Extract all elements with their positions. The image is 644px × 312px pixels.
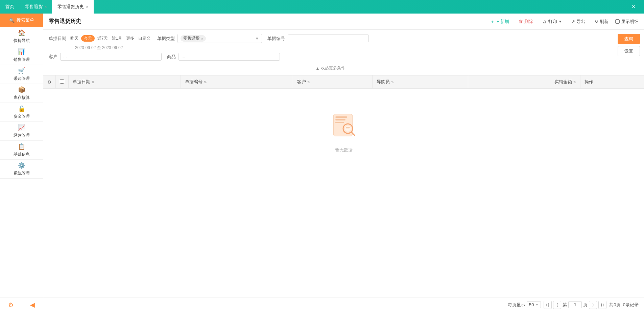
search-icon: 🔍 <box>9 18 15 23</box>
total-text: 共0页, 0条记录 <box>609 302 639 308</box>
tab-bar: 首页 零售退货 × 零售退货历史 × <box>0 0 628 14</box>
th-actual-amount-sort[interactable]: 实销金额 ⇅ <box>472 79 576 85</box>
sidebar-item-system-label: 系统管理 <box>14 171 30 176</box>
sidebar-item-finance[interactable]: 🔒 资金管理 <box>0 103 43 122</box>
page-title: 零售退货历史 <box>49 18 81 25</box>
doc-date-label: 单据日期 <box>49 36 66 42</box>
filter-main: 单据日期 昨天 今天 近7天 近1月 更多 自定义 单据类型 <box>43 30 618 75</box>
doc-type-chevron-icon: ▼ <box>255 36 259 41</box>
date-btn-custom[interactable]: 自定义 <box>137 35 152 42</box>
customer-placeholder: ... <box>63 54 67 59</box>
tab-retail-return-history-label: 零售退货历史 <box>57 4 84 10</box>
doc-type-label: 单据类型 <box>157 36 175 42</box>
th-customer-sort[interactable]: 客户 ⇅ <box>297 79 368 85</box>
show-detail-label: 显示明细 <box>615 19 639 25</box>
customer-select[interactable]: ... <box>60 53 162 61</box>
th-doc-date-label: 单据日期 <box>73 79 90 85</box>
date-btn-last7[interactable]: 近7天 <box>96 35 109 42</box>
sort-icon-doc-no: ⇅ <box>204 80 207 84</box>
tab-retail-return[interactable]: 零售退货 × <box>20 0 52 14</box>
pagination-bar: 每页显示 50 ▼ ⟨⟨ ⟨ 第 页 ⟩ ⟩⟩ 共0页, 0条记录 <box>43 297 644 312</box>
page-size-select: 每页显示 50 ▼ <box>508 301 541 308</box>
th-actual-amount-label: 实销金额 <box>554 79 572 85</box>
doc-type-select[interactable]: 零售退货 × ▼ <box>177 34 262 43</box>
th-actual-amount: 实销金额 ⇅ <box>468 75 580 89</box>
delete-button[interactable]: 🗑 删除 <box>516 17 536 26</box>
goods-placeholder: ... <box>182 54 185 59</box>
empty-state: 暂无数据 <box>43 89 644 173</box>
th-guide-sort[interactable]: 导购员 ⇅ <box>377 79 464 85</box>
sidebar-item-operations-label: 经营管理 <box>14 133 30 138</box>
page-size-box[interactable]: 50 ▼ <box>527 301 541 308</box>
th-doc-no-sort[interactable]: 单据编号 ⇅ <box>185 79 289 85</box>
sales-icon: 📊 <box>18 48 25 55</box>
svg-rect-3 <box>335 122 344 123</box>
date-btn-yesterday[interactable]: 昨天 <box>69 35 80 42</box>
page-size-value: 50 <box>529 302 534 307</box>
page-nav: ⟨⟨ ⟨ 第 页 ⟩ ⟩⟩ <box>544 301 606 309</box>
show-detail-checkbox[interactable] <box>615 19 620 24</box>
collapse-bar[interactable]: ▲ 收起更多条件 <box>49 64 612 74</box>
last-page-button[interactable]: ⟩⟩ <box>598 301 606 309</box>
export-button[interactable]: ↗ 导出 <box>569 17 588 26</box>
filter-doc-no: 单据编号 <box>267 35 369 42</box>
tab-retail-return-close[interactable]: × <box>45 5 47 9</box>
print-chevron-icon: ▼ <box>558 20 562 23</box>
th-doc-date-sort[interactable]: 单据日期 ⇅ <box>73 79 176 85</box>
tab-home-label: 首页 <box>5 4 14 10</box>
tab-retail-return-label: 零售退货 <box>25 4 43 10</box>
svg-point-5 <box>345 126 351 132</box>
header-actions: ＋ + 新增 🗑 删除 🖨 打印 ▼ ↗ 导出 ↻ <box>487 17 639 26</box>
new-button[interactable]: ＋ + 新增 <box>487 17 512 26</box>
first-page-button[interactable]: ⟨⟨ <box>544 301 552 309</box>
page-label: 页 <box>583 302 588 308</box>
svg-rect-2 <box>335 119 345 120</box>
select-all-checkbox[interactable] <box>60 79 64 84</box>
doc-type-tag-close[interactable]: × <box>201 37 203 41</box>
date-btn-last1m[interactable]: 近1月 <box>111 35 124 42</box>
prev-page-button[interactable]: ⟨ <box>553 301 561 309</box>
sidebar-item-inventory[interactable]: 📦 库存核算 <box>0 84 43 103</box>
page-label-pre: 第 <box>563 302 567 308</box>
filter-row-1: 单据日期 昨天 今天 近7天 近1月 更多 自定义 单据类型 <box>49 34 612 43</box>
th-doc-no-label: 单据编号 <box>185 79 202 85</box>
svg-rect-1 <box>335 116 347 118</box>
filter-right-buttons: 查询 设置 <box>618 30 644 75</box>
inventory-icon: 📦 <box>18 86 25 93</box>
customer-label: 客户 <box>49 54 57 60</box>
query-button[interactable]: 查询 <box>618 34 640 44</box>
date-btn-today[interactable]: 今天 <box>81 35 95 42</box>
doc-no-input[interactable] <box>288 35 369 42</box>
sidebar-item-sales-mgmt-label: 销售管理 <box>14 57 30 63</box>
sidebar-item-system[interactable]: ⚙️ 系统管理 <box>0 160 43 179</box>
sidebar-item-quick-nav[interactable]: 🏠 快捷导航 <box>0 27 43 46</box>
settings-icon[interactable]: ⚙ <box>8 301 14 309</box>
tab-retail-return-history-close[interactable]: × <box>86 5 88 9</box>
date-btn-more[interactable]: 更多 <box>125 35 136 42</box>
page-number-input[interactable] <box>568 301 582 308</box>
goods-select[interactable]: ... <box>178 53 280 61</box>
sidebar-search-label: 搜索菜单 <box>17 17 34 23</box>
export-icon: ↗ <box>571 19 575 24</box>
sidebar-item-basic-info[interactable]: 📋 基础信息 <box>0 141 43 160</box>
collapse-icon[interactable]: ◀ <box>30 301 35 309</box>
goods-label: 商品 <box>167 54 176 60</box>
page-size-label: 每页显示 <box>508 302 525 308</box>
setting-button[interactable]: 设置 <box>618 46 640 56</box>
print-button[interactable]: 🖨 打印 ▼ <box>540 17 565 26</box>
sidebar-item-sales-mgmt[interactable]: 📊 销售管理 <box>0 46 43 65</box>
sidebar-item-purchase-mgmt[interactable]: 🛒 采购管理 <box>0 65 43 84</box>
sidebar-search[interactable]: 🔍 搜索菜单 <box>0 14 43 27</box>
page-header: 零售退货历史 ＋ + 新增 🗑 删除 🖨 打印 ▼ ↗ 导出 <box>43 14 644 30</box>
sidebar-item-finance-label: 资金管理 <box>14 114 30 119</box>
tab-retail-return-history[interactable]: 零售退货历史 × <box>52 0 93 14</box>
th-doc-date: 单据日期 ⇅ <box>69 75 181 89</box>
sidebar-item-operations[interactable]: 📈 经营管理 <box>0 122 43 141</box>
tab-home[interactable]: 首页 <box>0 0 20 14</box>
th-guide: 导购员 ⇅ <box>372 75 468 89</box>
column-settings-icon[interactable]: ⚙ <box>47 80 51 85</box>
doc-type-tag-retail-return: 零售退货 × <box>181 35 206 42</box>
next-page-button[interactable]: ⟩ <box>589 301 597 309</box>
window-close-button[interactable]: × <box>628 3 639 10</box>
refresh-button[interactable]: ↻ 刷新 <box>592 17 611 26</box>
